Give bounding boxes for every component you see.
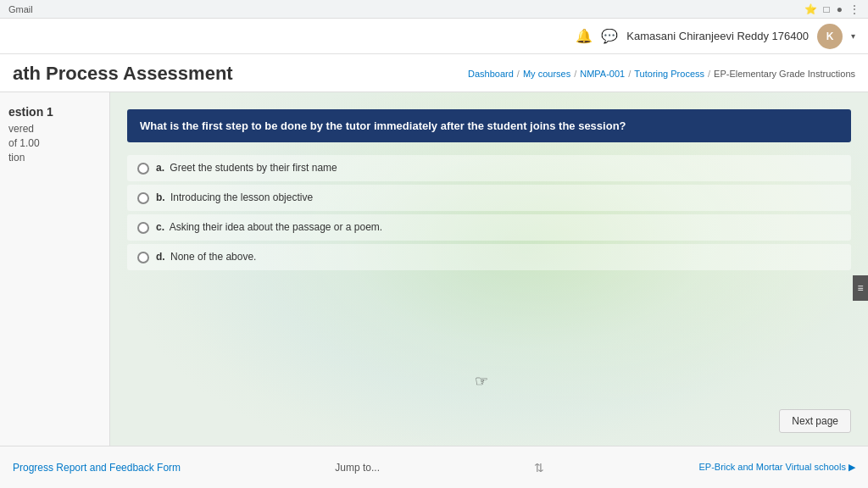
cursor-pointer: ☞: [475, 372, 488, 391]
answer-key-d: d.: [156, 251, 165, 263]
user-bar-icons: 🔔 💬 Kamasani Chiranjeevi Reddy 176400 K …: [576, 24, 855, 49]
sidebar-points: of 1.00: [8, 137, 101, 149]
radio-a[interactable]: [137, 163, 149, 175]
sidebar-question-label: estion 1: [8, 105, 101, 119]
breadcrumb-sep2: /: [574, 69, 576, 79]
answer-option-d[interactable]: d. None of the above.: [127, 244, 851, 270]
answer-label-d: None of the above.: [170, 251, 256, 263]
star-icon[interactable]: ⭐: [804, 3, 817, 15]
bottom-bar: Progress Report and Feedback Form Jump t…: [0, 446, 868, 488]
breadcrumb-sep3: /: [628, 69, 631, 79]
side-panel-icon[interactable]: ≡: [853, 275, 868, 301]
breadcrumb-sep4: /: [708, 69, 710, 79]
next-section-link[interactable]: EP-Brick and Mortar Virtual schools ▶: [698, 462, 854, 473]
breadcrumb-ep: EP-Elementary Grade Instructions: [714, 69, 855, 79]
progress-report-link[interactable]: Progress Report and Feedback Form: [13, 462, 181, 474]
answer-label-a: Greet the students by their first name: [170, 162, 337, 174]
answer-text-a: a. Greet the students by their first nam…: [156, 162, 337, 174]
radio-d[interactable]: [137, 252, 149, 263]
window-icon[interactable]: □: [824, 3, 830, 15]
breadcrumb-sep1: /: [517, 69, 520, 79]
menu-icon[interactable]: ⋮: [849, 3, 860, 15]
question-text: What is the first step to be done by the…: [140, 119, 626, 132]
answer-text-d: d. None of the above.: [156, 251, 256, 263]
answer-key-c: c.: [156, 221, 164, 233]
course-title: ath Process Assessment: [13, 63, 233, 85]
course-header: ath Process Assessment Dashboard / My co…: [0, 54, 868, 92]
question-box: What is the first step to be done by the…: [127, 109, 851, 142]
profile-icon[interactable]: ●: [837, 3, 843, 15]
dropdown-arrow-icon[interactable]: ▾: [851, 31, 855, 41]
breadcrumb-tutoring[interactable]: Tutoring Process: [634, 69, 704, 79]
answer-option-b[interactable]: b. Introducing the lesson objective: [127, 185, 851, 211]
notification-bell-icon[interactable]: 🔔: [576, 28, 593, 44]
answer-label-b: Introducing the lesson objective: [170, 191, 313, 203]
breadcrumb: Dashboard / My courses / NMPA-001 / Tuto…: [468, 69, 855, 79]
main-content: estion 1 vered of 1.00 tion What is the …: [0, 92, 868, 484]
next-page-button[interactable]: Next page: [779, 409, 851, 433]
user-bar: 🔔 💬 Kamasani Chiranjeevi Reddy 176400 K …: [0, 19, 868, 54]
user-name: Kamasani Chiranjeevi Reddy 176400: [626, 30, 809, 42]
answer-label-c: Asking their idea about the passage or a…: [170, 221, 383, 233]
browser-tab[interactable]: Gmail: [8, 4, 33, 14]
answer-option-c[interactable]: c. Asking their idea about the passage o…: [127, 214, 851, 241]
answer-option-a[interactable]: a. Greet the students by their first nam…: [127, 155, 851, 181]
sidebar-answered: vered: [8, 123, 101, 135]
breadcrumb-mycourses[interactable]: My courses: [523, 69, 570, 79]
answer-text-b: b. Introducing the lesson objective: [156, 191, 313, 203]
sidebar-type: tion: [8, 152, 101, 164]
breadcrumb-nmpa[interactable]: NMPA-001: [580, 69, 625, 79]
quiz-area: What is the first step to be done by the…: [110, 92, 868, 484]
answer-key-a: a.: [156, 162, 164, 174]
browser-icons: ⭐ □ ● ⋮: [804, 3, 860, 15]
radio-c[interactable]: [137, 222, 149, 234]
jump-to[interactable]: Jump to...: [335, 462, 380, 474]
answer-text-c: c. Asking their idea about the passage o…: [156, 221, 382, 233]
answer-key-b: b.: [156, 191, 165, 203]
sidebar: estion 1 vered of 1.00 tion: [0, 92, 110, 484]
browser-bar: Gmail ⭐ □ ● ⋮: [0, 0, 868, 19]
chat-icon[interactable]: 💬: [601, 28, 618, 44]
breadcrumb-dashboard[interactable]: Dashboard: [468, 69, 514, 79]
adjust-icon[interactable]: ⇅: [534, 461, 544, 474]
avatar[interactable]: K: [817, 24, 843, 49]
radio-b[interactable]: [137, 192, 149, 204]
